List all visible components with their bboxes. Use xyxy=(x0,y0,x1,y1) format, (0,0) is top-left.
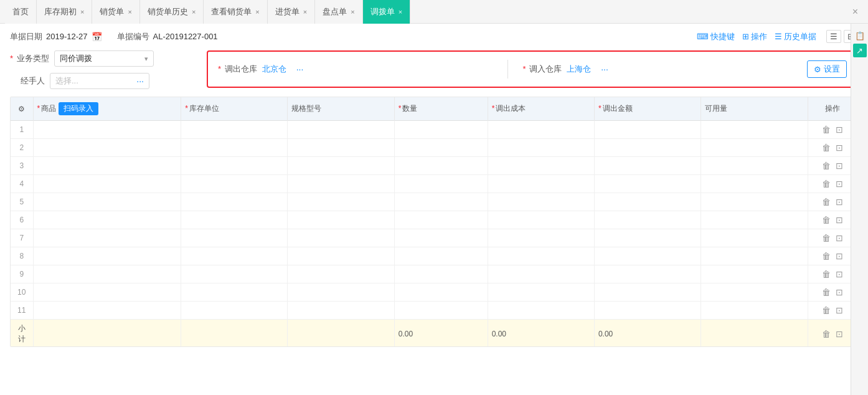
operations-button[interactable]: ⊞ 操作 xyxy=(742,31,767,42)
close-icon[interactable]: × xyxy=(351,8,354,16)
row-product[interactable] xyxy=(33,193,181,211)
row-cost[interactable] xyxy=(488,211,594,229)
tab-transfer[interactable]: 调拨单 × xyxy=(363,0,410,24)
row-amount[interactable] xyxy=(594,265,701,283)
row-cost[interactable] xyxy=(488,283,594,302)
delete-icon[interactable]: 🗑 xyxy=(822,233,831,243)
row-cost[interactable] xyxy=(488,247,594,265)
tab-purchase[interactable]: 进货单 × xyxy=(268,0,315,24)
row-qty[interactable] xyxy=(394,302,488,320)
sidebar-external-icon[interactable]: ↗ xyxy=(853,44,867,57)
tab-inventory-init[interactable]: 库存期初 × xyxy=(37,0,92,24)
column-gear[interactable]: ⚙ xyxy=(11,97,33,121)
row-qty[interactable] xyxy=(394,175,488,193)
copy-icon[interactable]: ⊡ xyxy=(836,161,843,171)
close-icon[interactable]: × xyxy=(303,8,307,16)
copy-icon[interactable]: ⊡ xyxy=(836,197,843,207)
more-icon[interactable]: ··· xyxy=(136,76,144,86)
row-qty[interactable] xyxy=(394,157,488,175)
row-amount[interactable] xyxy=(594,193,701,211)
row-cost[interactable] xyxy=(488,139,594,157)
row-amount[interactable] xyxy=(594,175,701,193)
row-qty[interactable] xyxy=(394,265,488,283)
row-amount[interactable] xyxy=(594,229,701,247)
scan-button[interactable]: 扫码录入 xyxy=(59,102,98,115)
row-amount[interactable] xyxy=(594,157,701,175)
copy-icon[interactable]: ⊡ xyxy=(836,143,843,153)
tab-stocktake[interactable]: 盘点单 × xyxy=(315,0,362,24)
row-cost[interactable] xyxy=(488,175,594,193)
table-scroll[interactable]: ⚙ *商品 扫码录入 *库存单位 规格型号 *数量 xyxy=(11,97,857,346)
copy-icon[interactable]: ⊡ xyxy=(836,305,843,315)
row-cost[interactable] xyxy=(488,121,594,139)
shortcut-button[interactable]: ⌨ 快捷键 xyxy=(697,31,735,42)
row-cost[interactable] xyxy=(488,193,594,211)
row-amount[interactable] xyxy=(594,247,701,265)
tab-sales-history[interactable]: 销货单历史 × xyxy=(140,0,204,24)
close-icon[interactable]: × xyxy=(192,8,196,16)
copy-icon[interactable]: ⊡ xyxy=(836,269,843,279)
delete-icon[interactable]: 🗑 xyxy=(822,125,831,135)
row-product[interactable] xyxy=(33,211,181,229)
tab-sales-order[interactable]: 销货单 × xyxy=(92,0,139,24)
tab-home[interactable]: 首页 xyxy=(5,0,37,24)
copy-icon[interactable]: ⊡ xyxy=(836,329,843,339)
row-qty[interactable] xyxy=(394,193,488,211)
delete-icon[interactable]: 🗑 xyxy=(822,197,831,207)
delete-icon[interactable]: 🗑 xyxy=(822,215,831,225)
copy-icon[interactable]: ⊡ xyxy=(836,179,843,189)
row-product[interactable] xyxy=(33,302,181,320)
row-qty[interactable] xyxy=(394,229,488,247)
warehouse-in-more-icon[interactable]: ··· xyxy=(601,64,608,74)
delete-icon[interactable]: 🗑 xyxy=(822,269,831,279)
row-qty[interactable] xyxy=(394,247,488,265)
copy-icon[interactable]: ⊡ xyxy=(836,287,843,297)
row-amount[interactable] xyxy=(594,302,701,320)
row-amount[interactable] xyxy=(594,121,701,139)
row-product[interactable] xyxy=(33,247,181,265)
row-amount[interactable] xyxy=(594,139,701,157)
close-icon[interactable]: × xyxy=(399,8,402,16)
sidebar-notes-icon[interactable]: 📋 xyxy=(853,29,867,42)
delete-icon[interactable]: 🗑 xyxy=(822,305,831,315)
row-cost[interactable] xyxy=(488,157,594,175)
close-all-button[interactable]: × xyxy=(847,6,863,17)
history-button[interactable]: ☰ 历史单据 xyxy=(775,31,816,42)
row-amount[interactable] xyxy=(594,283,701,302)
delete-icon[interactable]: 🗑 xyxy=(822,143,831,153)
row-product[interactable] xyxy=(33,229,181,247)
row-product[interactable] xyxy=(33,157,181,175)
copy-icon[interactable]: ⊡ xyxy=(836,125,843,135)
row-qty[interactable] xyxy=(394,283,488,302)
delete-icon[interactable]: 🗑 xyxy=(822,251,831,261)
row-product[interactable] xyxy=(33,175,181,193)
delete-icon[interactable]: 🗑 xyxy=(822,329,831,339)
close-icon[interactable]: × xyxy=(80,8,84,16)
gear-icon[interactable]: ⚙ xyxy=(18,105,25,113)
settings-button[interactable]: ⚙ 设置 xyxy=(807,60,847,78)
close-icon[interactable]: × xyxy=(128,8,131,16)
row-cost[interactable] xyxy=(488,229,594,247)
row-qty[interactable] xyxy=(394,139,488,157)
business-type-dropdown[interactable]: 同价调拨 ▾ xyxy=(54,50,154,67)
copy-icon[interactable]: ⊡ xyxy=(836,215,843,225)
person-selector[interactable]: 选择... ··· xyxy=(50,73,149,89)
row-cost[interactable] xyxy=(488,302,594,320)
row-cost[interactable] xyxy=(488,265,594,283)
copy-icon[interactable]: ⊡ xyxy=(836,233,843,243)
delete-icon[interactable]: 🗑 xyxy=(822,287,831,297)
row-qty[interactable] xyxy=(394,211,488,229)
close-icon[interactable]: × xyxy=(255,8,259,16)
layout-list-button[interactable]: ☰ xyxy=(826,30,841,43)
row-product[interactable] xyxy=(33,139,181,157)
row-product[interactable] xyxy=(33,265,181,283)
copy-icon[interactable]: ⊡ xyxy=(836,251,843,261)
delete-icon[interactable]: 🗑 xyxy=(822,179,831,189)
calendar-icon[interactable]: 📅 xyxy=(92,32,102,42)
tab-view-sales[interactable]: 查看销货单 × xyxy=(204,0,267,24)
row-qty[interactable] xyxy=(394,121,488,139)
delete-icon[interactable]: 🗑 xyxy=(822,161,831,171)
row-product[interactable] xyxy=(33,283,181,302)
warehouse-out-more-icon[interactable]: ··· xyxy=(296,64,304,74)
row-amount[interactable] xyxy=(594,211,701,229)
